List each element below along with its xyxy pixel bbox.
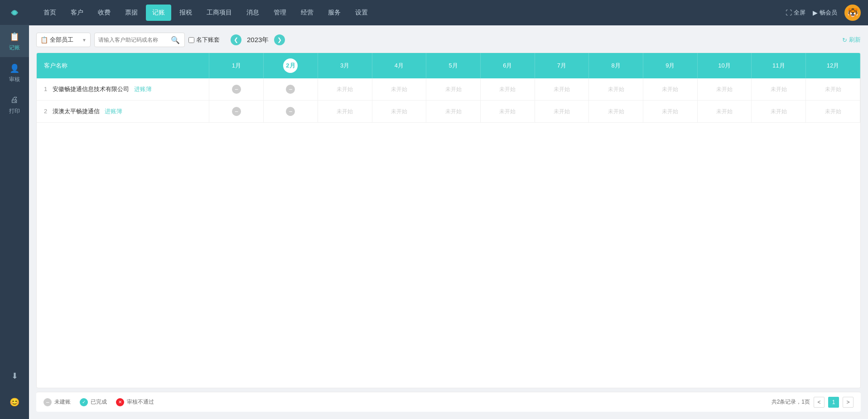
sidebar-item-support[interactable]: 😊: [0, 391, 29, 414]
status-not-started-label: 未开始: [391, 108, 407, 115]
refresh-button[interactable]: ↻ 刷新: [842, 36, 861, 44]
pagination-total: 共2条记录，1页: [772, 398, 810, 406]
client-name-cell: 1 安徽畅捷通信息技术有限公司 进账簿: [37, 78, 209, 101]
content-area: 📋 全部员工 ▼ 🔍 名下账套 ❮ 2023年 ❯ ↻ 刷新: [29, 25, 868, 419]
pagination-next-button[interactable]: >: [843, 397, 854, 408]
footer: − 未建账 ✓ 已完成 ✕ 审核不通过 共2条记: [36, 392, 861, 412]
my-accounts-checkbox-label[interactable]: 名下账套: [188, 36, 220, 44]
sidebar-item-audit[interactable]: 👤 审核: [0, 57, 29, 89]
status-dash-icon: −: [232, 107, 241, 116]
fullscreen-icon: ⛶: [786, 9, 792, 16]
col-header-mar: 3月: [318, 53, 372, 78]
pagination: 共2条记录，1页 < 1 >: [772, 397, 854, 408]
client-name-cell: 2 漠澳太平畅捷通信 进账簿: [37, 101, 209, 123]
bookkeeping-icon: 📋: [9, 31, 20, 42]
topnav-item-operation[interactable]: 经营: [294, 0, 321, 25]
month-status-cell: 未开始: [589, 78, 643, 101]
topnav-item-settings[interactable]: 设置: [348, 0, 375, 25]
search-input[interactable]: [98, 37, 171, 43]
topnav-item-invoice[interactable]: 票据: [118, 0, 145, 25]
support-icon: 😊: [10, 397, 19, 407]
bookkeeping-table-container: 客户名称1月2月3月4月5月6月7月8月9月10月11月12月 1 安徽畅捷通信…: [36, 53, 861, 388]
download-icon: ⬇: [11, 371, 18, 381]
month-status-cell: 未开始: [697, 101, 752, 123]
topnav-item-bookkeeping[interactable]: 记账: [146, 5, 171, 21]
filter-bar: 📋 全部员工 ▼ 🔍 名下账套 ❮ 2023年 ❯ ↻ 刷新: [36, 33, 861, 47]
topnav-item-tax[interactable]: 报税: [172, 0, 199, 25]
month-status-cell: 未开始: [806, 101, 860, 123]
enter-ledger-link[interactable]: 进账簿: [134, 86, 152, 92]
col-header-dec: 12月: [806, 53, 860, 78]
col-header-apr: 4月: [372, 53, 426, 78]
search-button[interactable]: 🔍: [171, 36, 180, 44]
row-number: 1: [44, 86, 47, 92]
status-not-started-label: 未开始: [554, 108, 570, 115]
col-header-feb: 2月: [264, 53, 318, 78]
vip-button[interactable]: ▶ 畅会员: [813, 9, 837, 17]
col-header-jan: 1月: [209, 53, 264, 78]
status-not-started-label: 未开始: [445, 86, 462, 92]
month-status-cell: 未开始: [752, 78, 806, 101]
sidebar-item-label: 打印: [9, 107, 20, 115]
legend-completed-dot: ✓: [80, 398, 88, 406]
status-not-started-label: 未开始: [716, 86, 733, 92]
topnav-item-management[interactable]: 管理: [266, 0, 294, 25]
month-status-cell: −: [264, 101, 318, 123]
sidebar: 📋 记账 👤 审核 🖨 打印 ⬇ 😊: [0, 0, 29, 419]
fullscreen-button[interactable]: ⛶ 全屏: [786, 9, 805, 17]
year-navigation: ❮ 2023年 ❯: [231, 34, 285, 45]
col-header-oct: 10月: [697, 53, 752, 78]
year-next-button[interactable]: ❯: [274, 34, 285, 45]
year-prev-button[interactable]: ❮: [231, 34, 241, 45]
table-row: 2 漠澳太平畅捷通信 进账簿 −−未开始未开始未开始未开始未开始未开始未开始未开…: [37, 101, 860, 123]
month-status-cell: −: [209, 78, 264, 101]
status-not-started-label: 未开始: [608, 108, 624, 115]
topnav-item-service[interactable]: 服务: [321, 0, 348, 25]
topnav-item-billing[interactable]: 收费: [91, 0, 118, 25]
status-not-started-label: 未开始: [337, 108, 353, 115]
month-status-cell: 未开始: [643, 78, 698, 101]
month-status-cell: 未开始: [480, 78, 535, 101]
col-header-nov: 11月: [752, 53, 806, 78]
bookkeeping-table: 客户名称1月2月3月4月5月6月7月8月9月10月11月12月 1 安徽畅捷通信…: [37, 53, 860, 123]
status-not-started-label: 未开始: [391, 86, 407, 92]
client-name: 安徽畅捷通信息技术有限公司: [53, 86, 129, 92]
topnav-item-home[interactable]: 首页: [36, 0, 63, 25]
user-avatar[interactable]: 🐯: [844, 5, 861, 21]
legend-not-built-dot: −: [43, 398, 52, 406]
sidebar-item-print[interactable]: 🖨 打印: [0, 89, 29, 120]
month-status-cell: 未开始: [535, 78, 589, 101]
legend-rejected: ✕ 审核不通过: [116, 398, 154, 406]
pagination-prev-button[interactable]: <: [814, 397, 825, 408]
sidebar-item-download[interactable]: ⬇: [0, 365, 29, 387]
dropdown-arrow-icon: ▼: [82, 38, 87, 43]
topnav-right: ⛶ 全屏 ▶ 畅会员 🐯: [786, 5, 861, 21]
legend: − 未建账 ✓ 已完成 ✕ 审核不通过: [43, 398, 154, 406]
sidebar-bottom: ⬇ 😊: [0, 365, 29, 419]
month-status-cell: 未开始: [697, 78, 752, 101]
client-name: 漠澳太平畅捷通信: [53, 108, 100, 115]
topnav-item-business[interactable]: 工商项目: [199, 0, 239, 25]
print-icon: 🖨: [9, 95, 20, 106]
app-logo: [0, 0, 29, 25]
enter-ledger-link[interactable]: 进账簿: [105, 108, 122, 115]
status-not-started-label: 未开始: [499, 108, 516, 115]
col-header-jul: 7月: [535, 53, 589, 78]
sidebar-item-label: 审核: [9, 76, 20, 83]
legend-rejected-dot: ✕: [116, 398, 124, 406]
col-header-aug: 8月: [589, 53, 643, 78]
topnav-item-message[interactable]: 消息: [239, 0, 266, 25]
col-header-name: 客户名称: [37, 53, 209, 78]
topnav-item-client[interactable]: 客户: [63, 0, 91, 25]
sidebar-item-bookkeeping[interactable]: 📋 记账: [0, 25, 29, 57]
pagination-page-1-button[interactable]: 1: [828, 397, 839, 408]
search-container: 🔍: [94, 33, 185, 47]
month-status-cell: 未开始: [318, 78, 372, 101]
my-accounts-checkbox[interactable]: [188, 37, 194, 43]
col-header-may: 5月: [426, 53, 481, 78]
legend-completed: ✓ 已完成: [80, 398, 107, 406]
status-dash-icon: −: [286, 85, 295, 94]
month-status-cell: 未开始: [480, 101, 535, 123]
status-not-started-label: 未开始: [662, 108, 678, 115]
employee-select[interactable]: 📋 全部员工 ▼: [36, 33, 91, 47]
